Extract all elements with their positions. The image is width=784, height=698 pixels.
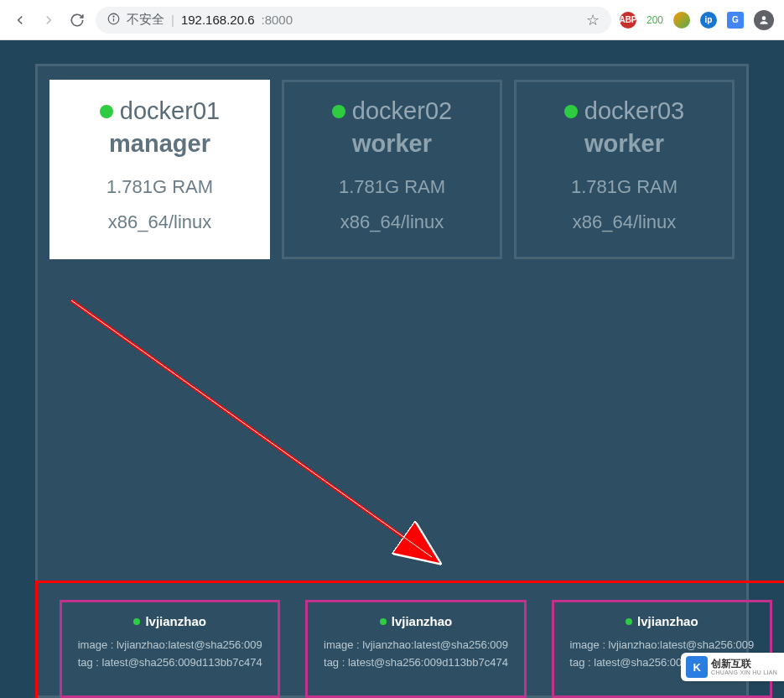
node-name: docker03 bbox=[584, 97, 684, 125]
adblock-icon[interactable]: ABP bbox=[620, 12, 636, 29]
status-dot-icon bbox=[133, 618, 140, 625]
node-arch: x86_64/linux bbox=[59, 205, 261, 240]
node-arch: x86_64/linux bbox=[291, 205, 493, 240]
bookmark-star-icon[interactable]: ☆ bbox=[586, 11, 600, 29]
address-separator: | bbox=[171, 13, 174, 27]
watermark-text: 创新互联 CHUANG XIN HU LIAN bbox=[711, 659, 777, 676]
watermark-en: CHUANG XIN HU LIAN bbox=[711, 669, 777, 676]
container-title: lvjianzhao bbox=[558, 614, 766, 628]
container-tag: tag : latest@sha256:009d113bb7c474 bbox=[311, 656, 520, 669]
status-dot-icon bbox=[332, 105, 345, 118]
container-highlight-box: lvjianzhao image : lvjianzhao:latest@sha… bbox=[35, 581, 784, 698]
node-role: manager bbox=[59, 130, 261, 158]
page-content: docker01 manager 1.781G RAM x86_64/linux… bbox=[0, 40, 784, 698]
node-title: docker01 bbox=[59, 97, 261, 125]
container-name: lvjianzhao bbox=[392, 614, 453, 628]
watermark-cn: 创新互联 bbox=[711, 659, 777, 669]
watermark: K 创新互联 CHUANG XIN HU LIAN bbox=[681, 653, 784, 681]
node-info: 1.781G RAM x86_64/linux bbox=[523, 169, 725, 240]
node-ram: 1.781G RAM bbox=[523, 169, 725, 205]
node-ram: 1.781G RAM bbox=[291, 169, 493, 205]
google-translate-icon[interactable]: G bbox=[727, 12, 744, 29]
container-title: lvjianzhao bbox=[65, 614, 274, 628]
node-card-docker01[interactable]: docker01 manager 1.781G RAM x86_64/linux bbox=[49, 80, 270, 259]
container-image: image : lvjianzhao:latest@sha256:009 bbox=[311, 638, 520, 651]
extension-icons: ABP 200 ip G bbox=[620, 10, 774, 30]
container-card[interactable]: lvjianzhao image : lvjianzhao:latest@sha… bbox=[60, 600, 280, 698]
node-info: 1.781G RAM x86_64/linux bbox=[291, 169, 493, 240]
watermark-logo-icon: K bbox=[686, 656, 708, 678]
node-name: docker02 bbox=[352, 97, 452, 125]
container-name: lvjianzhao bbox=[637, 614, 698, 628]
container-card[interactable]: lvjianzhao image : lvjianzhao:latest@sha… bbox=[305, 600, 526, 698]
adblock-count: 200 bbox=[646, 14, 663, 26]
node-title: docker02 bbox=[291, 97, 493, 125]
ip-extension-icon[interactable]: ip bbox=[700, 12, 717, 29]
node-info: 1.781G RAM x86_64/linux bbox=[59, 169, 261, 240]
browser-toolbar: 不安全 | 192.168.20.6:8000 ☆ ABP 200 ip G bbox=[0, 0, 784, 40]
svg-point-3 bbox=[762, 16, 766, 20]
avast-icon[interactable] bbox=[673, 12, 690, 29]
container-card[interactable]: lvjianzhao image : lvjianzhao:latest@sha… bbox=[552, 600, 772, 698]
node-ram: 1.781G RAM bbox=[59, 169, 261, 205]
profile-avatar[interactable] bbox=[754, 10, 774, 30]
status-dot-icon bbox=[626, 618, 632, 625]
container-name: lvjianzhao bbox=[145, 614, 206, 628]
node-card-docker03[interactable]: docker03 worker 1.781G RAM x86_64/linux bbox=[514, 80, 735, 259]
container-image: image : lvjianzhao:latest@sha256:009 bbox=[558, 638, 766, 651]
node-title: docker03 bbox=[523, 97, 725, 125]
reload-button[interactable] bbox=[67, 10, 87, 30]
info-icon bbox=[107, 13, 120, 28]
back-button[interactable] bbox=[10, 10, 30, 30]
url-host: 192.168.20.6 bbox=[181, 13, 255, 27]
node-role: worker bbox=[291, 130, 493, 158]
container-image: image : lvjianzhao:latest@sha256:009 bbox=[65, 638, 274, 651]
status-dot-icon bbox=[380, 618, 387, 625]
status-dot-icon bbox=[100, 105, 113, 118]
node-card-docker02[interactable]: docker02 worker 1.781G RAM x86_64/linux bbox=[282, 80, 502, 259]
container-tag: tag : latest@sha256:009d113bb7c474 bbox=[65, 656, 274, 669]
address-bar[interactable]: 不安全 | 192.168.20.6:8000 ☆ bbox=[96, 7, 611, 34]
security-label: 不安全 bbox=[127, 12, 164, 28]
url-port: :8000 bbox=[262, 13, 293, 27]
node-arch: x86_64/linux bbox=[523, 205, 725, 240]
node-role: worker bbox=[523, 130, 725, 158]
container-title: lvjianzhao bbox=[311, 614, 520, 628]
node-name: docker01 bbox=[120, 97, 220, 125]
status-dot-icon bbox=[564, 105, 578, 118]
forward-button[interactable] bbox=[39, 10, 59, 30]
nodes-row: docker01 manager 1.781G RAM x86_64/linux… bbox=[49, 80, 735, 259]
svg-point-2 bbox=[113, 16, 114, 17]
